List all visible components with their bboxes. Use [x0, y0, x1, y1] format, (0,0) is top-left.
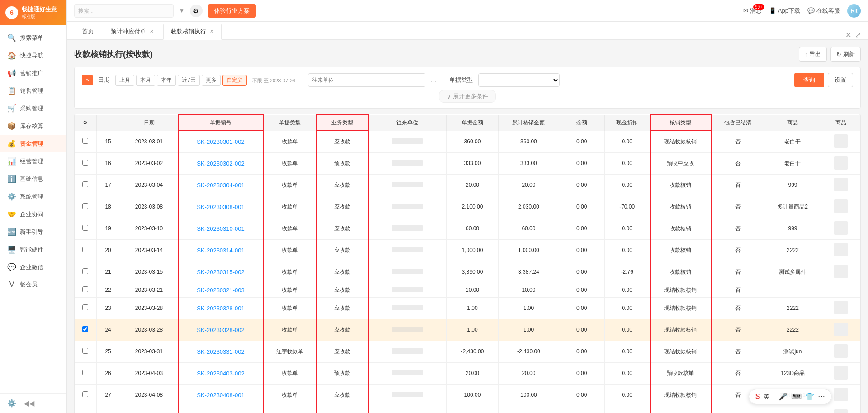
filter-dots[interactable]: ...: [431, 76, 437, 84]
bill-no-link[interactable]: SK-20230328-002: [197, 327, 245, 333]
tab-payable-close[interactable]: ✕: [150, 28, 154, 34]
cell-billno: SK-20230302-002: [179, 152, 263, 174]
table-row[interactable]: 28 2023-04-18 SK-20230418-001 收款单 应收款 10…: [75, 406, 860, 413]
app-download-btn[interactable]: 📱 App下载: [769, 7, 800, 15]
tab-payable[interactable]: 预计冲应付单 ✕: [103, 23, 161, 39]
sidebar-item-quicknav[interactable]: 🏠快捷导航: [0, 47, 66, 64]
bill-no-link[interactable]: SK-20230321-003: [197, 287, 245, 294]
cell-checkbox[interactable]: [75, 131, 96, 152]
tab-close-all-icon[interactable]: ✕: [845, 31, 851, 39]
cell-checkbox[interactable]: [75, 196, 96, 218]
cell-checkbox[interactable]: [75, 152, 96, 174]
sidebar-item-member[interactable]: V畅会员: [0, 276, 66, 293]
filter-this-year[interactable]: 本年: [157, 75, 176, 86]
sidebar-item-ops[interactable]: 📊经营管理: [0, 152, 66, 170]
cell-checkbox[interactable]: [75, 174, 96, 196]
bill-no-link[interactable]: SK-20230328-001: [197, 305, 245, 312]
query-button[interactable]: 查询: [794, 73, 824, 87]
refresh-button[interactable]: ↻ 刷新: [830, 47, 861, 62]
bill-no-link[interactable]: SK-20230308-001: [197, 204, 245, 210]
sidebar-item-system[interactable]: ⚙️系统管理: [0, 188, 66, 205]
tab-home[interactable]: 首页: [74, 23, 101, 39]
cell-checkbox[interactable]: [75, 406, 96, 413]
filter-this-month[interactable]: 本月: [136, 75, 155, 86]
bill-no-link[interactable]: SK-20230310-001: [197, 225, 245, 232]
cell-checkbox[interactable]: [75, 341, 96, 362]
bill-no-link[interactable]: SK-20230301-002: [197, 138, 245, 145]
solution-button[interactable]: 体验行业方案: [208, 4, 256, 18]
table-row[interactable]: 17 2023-03-04 SK-20230304-001 收款单 应收款 20…: [75, 174, 860, 196]
table-row[interactable]: 15 2023-03-01 SK-20230301-002 收款单 应收款 36…: [75, 131, 860, 152]
floating-shirt-icon[interactable]: 👕: [805, 392, 814, 401]
collapse-icon[interactable]: ◀◀: [24, 399, 34, 408]
table-row[interactable]: 21 2023-03-15 SK-20230315-002 收款单 应收款 3,…: [75, 261, 860, 283]
online-service-btn[interactable]: 💬 在线客服: [807, 7, 840, 15]
sidebar-item-finance[interactable]: 💰资金管理: [0, 135, 66, 152]
bill-no-link[interactable]: SK-20230403-002: [197, 370, 245, 377]
bill-no-link[interactable]: SK-20230304-001: [197, 182, 245, 189]
filter-more-date[interactable]: 更多: [202, 75, 221, 86]
sidebar-item-sales[interactable]: 📋销售管理: [0, 82, 66, 100]
avatar[interactable]: Rit: [847, 4, 861, 18]
bill-no-link[interactable]: SK-20230331-002: [197, 348, 245, 355]
topbar-search-input[interactable]: [74, 4, 174, 18]
filter-partner-input[interactable]: [308, 73, 425, 87]
floating-keyboard-icon[interactable]: ⌨: [791, 392, 802, 401]
cell-checkbox[interactable]: [75, 261, 96, 283]
floating-more-icon[interactable]: ⋯: [818, 392, 825, 401]
sidebar-item-inventory[interactable]: 📦库存核算: [0, 117, 66, 135]
table-row[interactable]: 25 2023-03-31 SK-20230331-002 红字收款单 应收款 …: [75, 341, 860, 362]
sidebar-item-search[interactable]: 🔍搜索菜单: [0, 29, 66, 47]
filter-custom-date[interactable]: 自定义: [222, 75, 247, 86]
sidebar-item-hardware[interactable]: 🖥️智能硬件: [0, 241, 66, 258]
message-btn[interactable]: ✉ 消息 99+: [743, 7, 762, 15]
topbar-dropdown[interactable]: ▼: [179, 8, 184, 14]
sidebar-item-corp[interactable]: 🤝企业协同: [0, 205, 66, 223]
table-row[interactable]: 27 2023-04-08 SK-20230408-001 收款单 应收款 10…: [75, 384, 860, 406]
filter-7days[interactable]: 近7天: [178, 75, 200, 86]
cell-checkbox[interactable]: [75, 239, 96, 261]
table-scroll[interactable]: ⚙ 日期 单据编号 单据类型 业务类型 往来单位 单据金额 累计核销金额 余额 …: [75, 114, 860, 413]
cell-checkbox[interactable]: [75, 362, 96, 384]
bill-no-link[interactable]: SK-20230315-002: [197, 269, 245, 275]
bill-no-link[interactable]: SK-20230314-001: [197, 247, 245, 254]
table-row[interactable]: 23 2023-03-28 SK-20230328-001 收款单 应收款 1.…: [75, 297, 860, 319]
bill-no-link[interactable]: SK-20230408-001: [197, 392, 245, 399]
floating-lang-icon[interactable]: 英: [764, 393, 769, 401]
cell-checkbox[interactable]: [75, 297, 96, 319]
sidebar-item-purchase[interactable]: 🛒采购管理: [0, 100, 66, 117]
floating-mic-icon[interactable]: 🎤: [778, 392, 788, 401]
table-row[interactable]: 18 2023-03-08 SK-20230308-001 收款单 应收款 2,…: [75, 196, 860, 218]
cell-billno: SK-20230331-002: [179, 341, 263, 362]
sidebar-item-wechat[interactable]: 💬企业微信: [0, 258, 66, 276]
cell-checkbox[interactable]: [75, 218, 96, 239]
topbar-settings-btn[interactable]: ⚙: [190, 5, 203, 17]
table-row[interactable]: 26 2023-04-03 SK-20230403-002 收款单 预收款 20…: [75, 362, 860, 384]
filter-bill-type-select[interactable]: [478, 73, 560, 87]
tab-collection-close[interactable]: ✕: [210, 28, 214, 34]
cell-checkbox[interactable]: [75, 384, 96, 406]
table-row[interactable]: 22 2023-03-21 SK-20230321-003 收款单 应收款 10…: [75, 283, 860, 297]
col-settings-header[interactable]: ⚙: [75, 115, 96, 131]
filter-expand-btn[interactable]: »: [82, 75, 93, 85]
logo-text: 畅捷通好生意 标准版: [22, 5, 57, 20]
sidebar-item-basic[interactable]: ℹ️基础信息: [0, 170, 66, 188]
table-row[interactable]: 16 2023-03-02 SK-20230302-002 收款单 预收款 33…: [75, 152, 860, 174]
bill-no-link[interactable]: SK-20230302-002: [197, 160, 245, 167]
settings-footer-icon[interactable]: ⚙️: [7, 399, 16, 408]
setting-button[interactable]: 设置: [828, 73, 853, 87]
sidebar-item-marketing[interactable]: 📢营销推广: [0, 64, 66, 82]
table-row[interactable]: 24 2023-03-28 SK-20230328-002 收款单 应收款 1.…: [75, 319, 860, 341]
tab-collection[interactable]: 收款核销执行 ✕: [163, 24, 222, 40]
table-row[interactable]: 20 2023-03-14 SK-20230314-001 收款单 应收款 1,…: [75, 239, 860, 261]
floating-s-icon[interactable]: S: [755, 393, 760, 401]
cell-checkbox[interactable]: [75, 283, 96, 297]
cell-checkbox[interactable]: [75, 319, 96, 341]
sidebar-item-guide[interactable]: 🆕新手引导: [0, 223, 66, 241]
expand-more-btn[interactable]: ∨ 展开更多条件: [439, 90, 496, 103]
table-row[interactable]: 19 2023-03-10 SK-20230310-001 收款单 应收款 60…: [75, 218, 860, 239]
tab-expand-icon[interactable]: ⤢: [855, 31, 861, 39]
col-billtype-header: 单据类型: [263, 115, 316, 131]
filter-last-month[interactable]: 上月: [115, 75, 134, 86]
export-button[interactable]: ↑ 导出: [799, 47, 827, 62]
